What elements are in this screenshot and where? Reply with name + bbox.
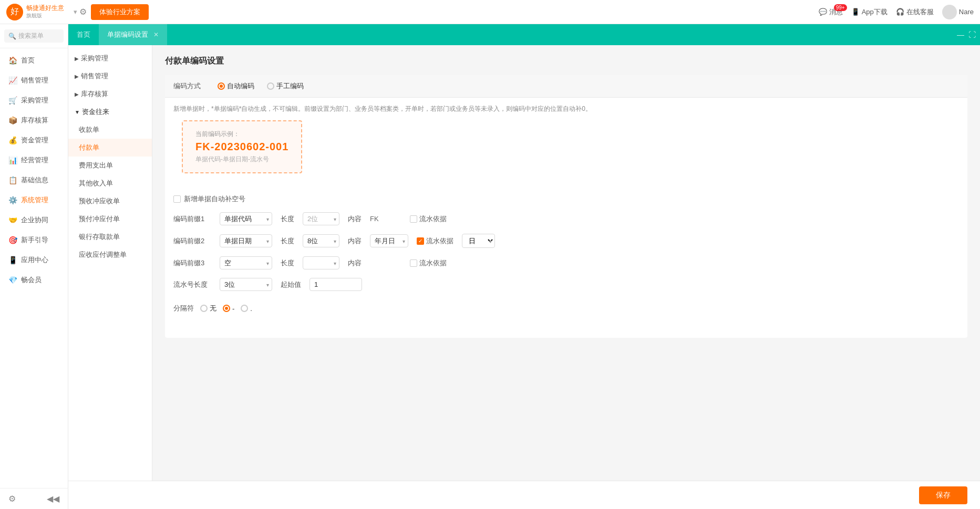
sidebar-item-member-label: 畅会员 (21, 275, 42, 285)
serial2-label: 流水依据 (426, 236, 453, 246)
sub-group-sales-title[interactable]: ▶ 销售管理 (68, 67, 152, 85)
start-val-input[interactable] (310, 278, 362, 291)
sidebar-search[interactable]: 🔍 搜索菜单 (0, 24, 68, 48)
sub-item-prepay-ar[interactable]: 预收冲应收单 (68, 192, 152, 210)
sidebar-item-guide[interactable]: 🎯 新手引导 (0, 230, 68, 250)
sidebar-item-basic-label: 基础信息 (21, 175, 48, 185)
sidebar-item-member[interactable]: 💎 畅会员 (0, 270, 68, 290)
user-menu[interactable]: Nare (942, 5, 974, 19)
tab-minimize-button[interactable]: — (957, 30, 964, 39)
form-area: 编码前缀1 单据代码 部门 业务员 长度 (165, 208, 967, 321)
app-download-button[interactable]: 📱 App下载 (851, 7, 888, 17)
sidebar-item-sales-label: 销售管理 (21, 76, 48, 85)
system-icon: ⚙️ (8, 196, 17, 204)
sub-group-capital-label: 资金往来 (82, 107, 109, 117)
online-support-label: 在线客服 (906, 7, 934, 17)
serial3-checkbox-box (410, 259, 417, 267)
tab-encode-settings[interactable]: 单据编码设置 ✕ (99, 24, 167, 45)
length1-select[interactable]: 2位 4位 6位 8位 (303, 212, 339, 225)
separator-dash-radio[interactable]: - (223, 305, 234, 313)
serial1-checkbox[interactable]: 流水依据 (410, 214, 447, 224)
search-icon: 🔍 (8, 33, 16, 40)
top-bar-right: 💬 消息 99+ 📱 App下载 🎧 在线客服 Nare (819, 5, 974, 19)
sub-group-capital: ▼ 资金往来 收款单 付款单 费用支出单 其他收入单 预收冲应收单 预付冲应付单… (68, 103, 152, 264)
sidebar-item-inventory[interactable]: 📦 库存核算 (0, 110, 68, 130)
prefix1-select[interactable]: 单据代码 部门 业务员 (220, 212, 272, 225)
finance-icon: 💰 (8, 136, 17, 144)
inventory-icon: 📦 (8, 116, 17, 124)
serial3-checkbox[interactable]: 流水依据 (410, 258, 447, 268)
length3-select-wrap: 2位 4位 (303, 256, 339, 269)
length2-label: 长度 (281, 236, 294, 246)
sidebar-item-home[interactable]: 🏠 首页 (0, 50, 68, 70)
sub-group-capital-title[interactable]: ▼ 资金往来 (68, 103, 152, 121)
save-button[interactable]: 保存 (919, 486, 967, 504)
day-select[interactable]: 日 月 年 (462, 234, 495, 248)
prefix3-select[interactable]: 空 单据代码 部门 (220, 256, 272, 269)
tab-home[interactable]: 首页 (68, 24, 99, 45)
sub-group-inventory-title[interactable]: ▶ 库存核算 (68, 85, 152, 103)
settings-card: 编码方式 自动编码 手工编码 新增单据时，*单据编码*自动生成，不可编辑。前缀设… (165, 75, 967, 338)
separator-dash-label: - (232, 305, 234, 313)
sub-item-expense[interactable]: 费用支出单 (68, 157, 152, 174)
sidebar-item-finance[interactable]: 💰 资金管理 (0, 130, 68, 150)
enterprise-icon: 🤝 (8, 216, 17, 224)
length3-select[interactable]: 2位 4位 (303, 256, 339, 269)
manual-encode-radio[interactable]: 手工编码 (267, 81, 304, 91)
content1-value: FK (370, 215, 401, 223)
prefix2-row: 编码前缀2 单据日期 单据代码 部门 长度 (173, 234, 959, 248)
content2-select[interactable]: 年月日 年月 年 (370, 234, 408, 247)
tab-maximize-button[interactable]: ⛶ (968, 30, 976, 39)
sidebar-item-enterprise-label: 企业协同 (21, 215, 48, 225)
serial1-label: 流水依据 (419, 214, 447, 224)
serial-len-row: 流水号长度 3位 4位 5位 6位 起始值 (173, 278, 959, 291)
search-input-area[interactable]: 🔍 搜索菜单 (4, 29, 64, 43)
auto-fill-row: 新增单据自动补空号 (165, 190, 967, 208)
length2-select[interactable]: 8位 2位 4位 6位 (303, 234, 339, 247)
sidebar-item-enterprise[interactable]: 🤝 企业协同 (0, 210, 68, 230)
message-button[interactable]: 💬 消息 99+ (819, 7, 843, 17)
sub-item-receipt[interactable]: 收款单 (68, 121, 152, 139)
experience-button[interactable]: 体验行业方案 (91, 4, 149, 20)
settings-icon[interactable]: ⚙ (79, 7, 87, 17)
serial2-checkbox[interactable]: 流水依据 (417, 236, 453, 246)
sidebar-item-inventory-label: 库存核算 (21, 116, 48, 125)
separator-dot-radio[interactable]: . (241, 305, 252, 313)
sidebar-item-basic[interactable]: 📋 基础信息 (0, 170, 68, 190)
guide-icon: 🎯 (8, 236, 17, 244)
collapse-icon[interactable]: ◀◀ (47, 494, 59, 504)
sub-item-other-income[interactable]: 其他收入单 (68, 174, 152, 192)
nav-dropdown-arrow[interactable]: ▾ (74, 8, 77, 16)
sidebar-item-purchase[interactable]: 🛒 采购管理 (0, 90, 68, 110)
prefix1-label: 编码前缀1 (173, 214, 211, 224)
sub-item-payment[interactable]: 付款单 (68, 139, 152, 157)
sub-item-ar-ap-adjust[interactable]: 应收应付调整单 (68, 246, 152, 264)
serial-len-select[interactable]: 3位 4位 5位 6位 (220, 278, 272, 291)
serial3-label: 流水依据 (419, 258, 447, 268)
prefix3-select-wrap: 空 单据代码 部门 (220, 256, 272, 269)
online-support-button[interactable]: 🎧 在线客服 (896, 7, 934, 17)
auto-encode-radio[interactable]: 自动编码 (218, 81, 254, 91)
prefix1-select-wrap: 单据代码 部门 业务员 (220, 212, 272, 225)
sidebar-item-sales[interactable]: 📈 销售管理 (0, 70, 68, 90)
encode-mode-label: 编码方式 (173, 81, 201, 91)
content-panel: 付款单编码设置 编码方式 自动编码 手工编码 (152, 45, 980, 509)
tab-home-label: 首页 (77, 30, 90, 39)
page-title: 付款单编码设置 (165, 56, 967, 67)
sidebar-item-system[interactable]: ⚙️ 系统管理 (0, 190, 68, 210)
separator-none-radio[interactable]: 无 (200, 304, 216, 313)
sidebar-item-apps[interactable]: 📱 应用中心 (0, 250, 68, 270)
auto-fill-label: 新增单据自动补空号 (184, 194, 245, 204)
settings-gear-icon[interactable]: ⚙ (8, 494, 16, 504)
sidebar-item-operation[interactable]: 📊 经营管理 (0, 150, 68, 170)
sub-item-prepay-ap[interactable]: 预付冲应付单 (68, 210, 152, 228)
prefix2-select[interactable]: 单据日期 单据代码 部门 (220, 234, 272, 247)
tab-close-icon[interactable]: ✕ (153, 31, 159, 38)
sub-item-bank-deposit[interactable]: 银行存取款单 (68, 228, 152, 246)
logo-text: 畅捷通好生意 (26, 4, 64, 12)
length2-select-wrap: 8位 2位 4位 6位 (303, 234, 339, 247)
sub-group-purchase-title[interactable]: ▶ 采购管理 (68, 49, 152, 67)
auto-fill-checkbox[interactable] (173, 195, 181, 203)
separator-row: 分隔符 无 - . (173, 299, 959, 317)
serial1-checkbox-box (410, 215, 417, 223)
